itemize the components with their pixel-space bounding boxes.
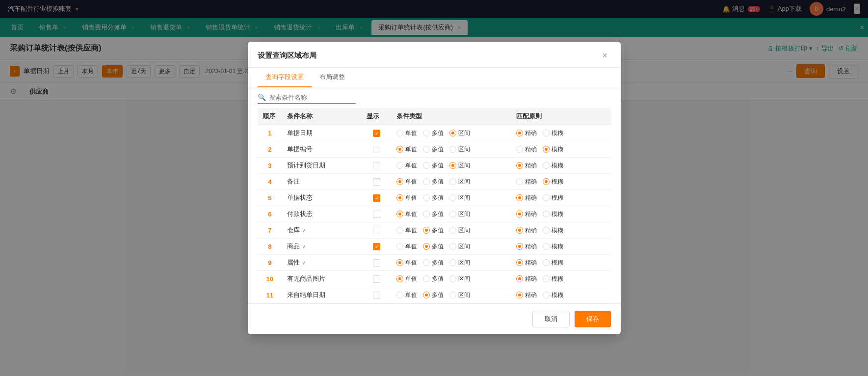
type-radio-single[interactable]: 单值 [396, 210, 417, 218]
cell-order: 11 [258, 287, 283, 303]
type-radio-multi[interactable]: 多值 [423, 226, 444, 235]
type-radio-multi[interactable]: 多值 [423, 194, 444, 202]
type-radio-range[interactable]: 区间 [449, 161, 470, 170]
show-checkbox[interactable]: ✓ [373, 194, 380, 202]
type-single-label: 单值 [405, 129, 417, 137]
match-radio-exact[interactable]: 精确 [516, 259, 537, 267]
show-checkbox[interactable] [373, 146, 380, 153]
radio-fuzzy-dot [543, 211, 550, 217]
match-radio-fuzzy[interactable]: 模糊 [543, 194, 563, 202]
match-radio-fuzzy[interactable]: 模糊 [543, 129, 563, 137]
type-range-label: 区间 [458, 194, 470, 202]
cell-name: 单据编号 [282, 141, 362, 158]
type-radio-single[interactable]: 单值 [396, 291, 417, 299]
match-radio-exact[interactable]: 精确 [516, 178, 537, 186]
dialog-tab-layout[interactable]: 布局调整 [312, 68, 353, 87]
type-radio-single[interactable]: 单值 [396, 226, 417, 235]
type-radio-multi[interactable]: 多值 [423, 161, 444, 170]
radio-range-dot [449, 162, 456, 169]
type-radio-single[interactable]: 单值 [396, 178, 417, 186]
match-radio-exact[interactable]: 精确 [516, 161, 537, 170]
radio-exact-dot [516, 275, 523, 282]
radio-single-dot [396, 146, 403, 153]
radio-single-dot [396, 211, 403, 217]
cell-order: 4 [258, 174, 283, 190]
show-checkbox[interactable] [373, 211, 380, 218]
cell-show: ✓ [362, 239, 392, 255]
type-radio-range[interactable]: 区间 [449, 259, 470, 267]
type-radio-range[interactable]: 区间 [449, 242, 470, 251]
type-radio-range[interactable]: 区间 [449, 291, 470, 299]
cancel-button[interactable]: 取消 [532, 311, 570, 327]
match-radio-exact[interactable]: 精确 [516, 145, 537, 154]
match-radio-fuzzy[interactable]: 模糊 [543, 210, 563, 218]
type-single-label: 单值 [405, 275, 417, 283]
show-checkbox[interactable] [373, 275, 380, 283]
show-checkbox[interactable]: ✓ [373, 130, 380, 137]
save-button[interactable]: 保存 [575, 311, 611, 327]
type-radio-multi[interactable]: 多值 [423, 210, 444, 218]
type-radio-single[interactable]: 单值 [396, 259, 417, 267]
match-radio-exact[interactable]: 精确 [516, 210, 537, 218]
radio-exact-dot [516, 259, 523, 266]
th-order: 顺序 [258, 108, 283, 125]
match-radio-exact[interactable]: 精确 [516, 275, 537, 283]
radio-multi-dot [423, 292, 430, 298]
match-fuzzy-label: 模糊 [552, 194, 563, 202]
show-checkbox[interactable]: ✓ [373, 243, 380, 250]
cell-show [362, 141, 392, 158]
cell-type: 单值 多值 区间 [392, 141, 511, 158]
type-radio-multi[interactable]: 多值 [423, 275, 444, 283]
match-radio-fuzzy[interactable]: 模糊 [543, 275, 563, 283]
type-radio-range[interactable]: 区间 [449, 178, 470, 186]
show-checkbox[interactable] [373, 227, 380, 234]
type-radio-single[interactable]: 单值 [396, 275, 417, 283]
type-radio-range[interactable]: 区间 [449, 226, 470, 235]
type-radio-multi[interactable]: 多值 [423, 129, 444, 137]
match-radio-exact[interactable]: 精确 [516, 242, 537, 251]
type-radio-multi[interactable]: 多值 [423, 242, 444, 251]
show-checkbox[interactable] [373, 162, 380, 169]
match-radio-fuzzy[interactable]: 模糊 [543, 161, 563, 170]
type-radio-multi[interactable]: 多值 [423, 178, 444, 186]
type-multi-label: 多值 [432, 129, 444, 137]
type-radio-single[interactable]: 单值 [396, 161, 417, 170]
type-radio-range[interactable]: 区间 [449, 194, 470, 202]
type-radio-multi[interactable]: 多值 [423, 291, 444, 299]
type-radio-group: 单值 多值 区间 [396, 145, 506, 154]
match-radio-exact[interactable]: 精确 [516, 129, 537, 137]
show-checkbox[interactable] [373, 178, 380, 186]
type-radio-single[interactable]: 单值 [396, 129, 417, 137]
match-radio-fuzzy[interactable]: 模糊 [543, 259, 563, 267]
match-radio-exact[interactable]: 精确 [516, 194, 537, 202]
dialog-tab-query-fields[interactable]: 查询字段设置 [258, 68, 312, 87]
type-radio-group: 单值 多值 区间 [396, 129, 506, 137]
type-radio-single[interactable]: 单值 [396, 145, 417, 154]
match-radio-fuzzy[interactable]: 模糊 [543, 291, 563, 299]
radio-range-dot [449, 227, 456, 234]
match-radio-fuzzy[interactable]: 模糊 [543, 178, 563, 186]
type-radio-range[interactable]: 区间 [449, 210, 470, 218]
search-input[interactable] [269, 94, 342, 101]
type-single-label: 单值 [405, 291, 417, 299]
match-radio-fuzzy[interactable]: 模糊 [543, 242, 563, 251]
type-radio-multi[interactable]: 多值 [423, 259, 444, 267]
match-radio-exact[interactable]: 精确 [516, 226, 537, 235]
dialog-close-button[interactable]: × [599, 50, 611, 61]
type-radio-single[interactable]: 单值 [396, 242, 417, 251]
type-radio-range[interactable]: 区间 [449, 275, 470, 283]
dialog-search-area: 🔍 [248, 87, 621, 108]
match-radio-fuzzy[interactable]: 模糊 [543, 145, 563, 154]
match-radio-exact[interactable]: 精确 [516, 291, 537, 299]
match-radio-fuzzy[interactable]: 模糊 [543, 226, 563, 235]
type-radio-range[interactable]: 区间 [449, 129, 470, 137]
type-radio-range[interactable]: 区间 [449, 145, 470, 154]
table-row: 6付款状态 单值 多值 区间 精确 模糊 [258, 206, 611, 222]
cell-name: 有无商品图片 [282, 271, 362, 287]
match-exact-label: 精确 [525, 291, 537, 299]
show-checkbox[interactable] [373, 292, 380, 299]
type-radio-single[interactable]: 单值 [396, 194, 417, 202]
type-radio-multi[interactable]: 多值 [423, 145, 444, 154]
show-checkbox[interactable] [373, 259, 380, 267]
match-fuzzy-label: 模糊 [552, 259, 563, 267]
